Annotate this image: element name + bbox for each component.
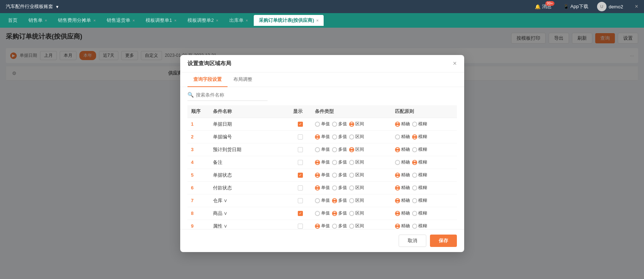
row-display	[289, 220, 311, 229]
row-name: 仓库 ∨	[209, 194, 289, 207]
tab-template2[interactable]: 模板调整单2 ×	[182, 15, 224, 26]
display-checkbox[interactable]	[298, 147, 303, 152]
match-exact-radio[interactable]: 精确	[395, 159, 410, 165]
table-row: 2单据编号 单值 多值 区间 精确	[187, 130, 457, 143]
tab-template1-close[interactable]: ×	[174, 18, 177, 23]
tab-sales-return[interactable]: 销售退货单 ×	[102, 15, 140, 26]
download-wrap[interactable]: 📱 App下载	[563, 3, 588, 10]
save-button[interactable]: 保存	[430, 235, 457, 247]
type-multi-radio[interactable]: 多值	[332, 197, 347, 204]
avatar[interactable]: U demo2	[597, 2, 623, 11]
tab-template2-close[interactable]: ×	[216, 18, 218, 23]
tab-sales-return-close[interactable]: ×	[133, 18, 135, 23]
match-fuzzy-radio[interactable]: 模糊	[412, 146, 427, 153]
tab-outbound-close[interactable]: ×	[246, 18, 248, 23]
row-order: 1	[187, 118, 209, 130]
tab-home[interactable]: 首页	[3, 15, 23, 26]
match-exact-radio[interactable]: 精确	[395, 134, 410, 140]
match-fuzzy-radio[interactable]: 模糊	[412, 159, 427, 165]
match-fuzzy-radio[interactable]: 模糊	[412, 134, 427, 140]
type-multi-radio[interactable]: 多值	[332, 146, 347, 153]
match-exact-radio[interactable]: 精确	[395, 210, 410, 216]
match-exact-radio[interactable]: 精确	[395, 197, 410, 204]
match-exact-radio[interactable]: 精确	[395, 172, 410, 178]
type-single-radio[interactable]: 单值	[315, 172, 330, 178]
dropdown-icon[interactable]: ▾	[56, 4, 59, 9]
table-row: 4备注 单值 多值 区间 精确	[187, 156, 457, 169]
table-row: 8商品 ∨ 单值 多值 区间 精确	[187, 207, 457, 220]
type-single-radio[interactable]: 单值	[315, 146, 330, 153]
match-fuzzy-radio[interactable]: 模糊	[412, 210, 427, 216]
modal-close-button[interactable]: ×	[453, 60, 457, 67]
cancel-button[interactable]: 取消	[399, 235, 426, 247]
tab-sales-expense[interactable]: 销售费用分摊单 ×	[53, 15, 100, 26]
tab-purchase-stats[interactable]: 采购订单统计表(按供应商) ×	[254, 15, 324, 26]
match-fuzzy-radio[interactable]: 模糊	[412, 185, 427, 191]
display-checkbox[interactable]	[298, 224, 303, 229]
notification-wrap[interactable]: 🔔 消息 99+	[535, 3, 552, 10]
type-range-radio[interactable]: 区间	[349, 172, 364, 178]
display-checkbox[interactable]	[298, 134, 303, 140]
type-range-radio[interactable]: 区间	[349, 159, 364, 165]
display-checkbox[interactable]	[298, 160, 303, 165]
type-multi-radio[interactable]: 多值	[332, 159, 347, 165]
type-range-radio[interactable]: 区间	[349, 146, 364, 153]
type-range-radio[interactable]: 区间	[349, 185, 364, 191]
display-checkbox[interactable]	[298, 122, 303, 127]
type-single-radio[interactable]: 单值	[315, 185, 330, 191]
row-type: 单值 多值 区间	[311, 118, 391, 130]
search-input[interactable]	[194, 91, 259, 98]
type-range-radio[interactable]: 区间	[349, 223, 364, 229]
type-single-radio[interactable]: 单值	[315, 134, 330, 140]
type-single-radio[interactable]: 单值	[315, 210, 330, 216]
modal-tab-layout[interactable]: 布局调整	[228, 72, 258, 87]
row-type: 单值 多值 区间	[311, 194, 391, 207]
type-single-radio[interactable]: 单值	[315, 197, 330, 204]
modal-body: 顺序 条件名称 显示 条件类型 匹配原则 1单据日期 单值	[180, 105, 464, 229]
avatar-img: U	[597, 2, 607, 11]
topbar-close-button[interactable]: ×	[635, 3, 638, 10]
type-multi-radio[interactable]: 多值	[332, 134, 347, 140]
row-order: 9	[187, 220, 209, 229]
modal-tab-query-fields[interactable]: 查询字段设置	[187, 72, 228, 87]
display-checkbox[interactable]	[298, 198, 303, 203]
match-fuzzy-radio[interactable]: 模糊	[412, 172, 427, 178]
row-name: 预计到货日期	[209, 143, 289, 156]
type-single-radio[interactable]: 单值	[315, 223, 330, 229]
match-fuzzy-radio[interactable]: 模糊	[412, 223, 427, 229]
display-checkbox[interactable]	[298, 185, 303, 190]
row-match: 精确 模糊	[391, 143, 457, 156]
match-exact-radio[interactable]: 精确	[395, 223, 410, 229]
match-exact-radio[interactable]: 精确	[395, 146, 410, 153]
match-fuzzy-radio[interactable]: 模糊	[412, 121, 427, 127]
display-checkbox[interactable]	[298, 211, 303, 216]
row-order: 8	[187, 207, 209, 220]
display-checkbox[interactable]	[298, 173, 303, 178]
type-multi-radio[interactable]: 多值	[332, 210, 347, 216]
type-range-radio[interactable]: 区间	[349, 121, 364, 127]
tab-template1[interactable]: 模板调整单1 ×	[141, 15, 182, 26]
row-name: 单据编号	[209, 130, 289, 143]
tab-outbound[interactable]: 出库单 ×	[224, 15, 253, 26]
type-single-radio[interactable]: 单值	[315, 159, 330, 165]
row-type: 单值 多值 区间	[311, 156, 391, 169]
tab-purchase-stats-close[interactable]: ×	[316, 18, 319, 23]
type-multi-radio[interactable]: 多值	[332, 185, 347, 191]
type-range-radio[interactable]: 区间	[349, 210, 364, 216]
row-display	[289, 194, 311, 207]
tab-sales-order[interactable]: 销售单 ×	[23, 15, 52, 26]
type-multi-radio[interactable]: 多值	[332, 172, 347, 178]
type-single-radio[interactable]: 单值	[315, 121, 330, 127]
match-exact-radio[interactable]: 精确	[395, 185, 410, 191]
row-order: 4	[187, 156, 209, 169]
th-type: 条件类型	[311, 105, 391, 118]
type-range-radio[interactable]: 区间	[349, 134, 364, 140]
type-multi-radio[interactable]: 多值	[332, 121, 347, 127]
bell-icon: 🔔	[535, 4, 541, 9]
tab-sales-order-close[interactable]: ×	[45, 18, 47, 23]
tab-sales-expense-close[interactable]: ×	[93, 18, 95, 23]
type-range-radio[interactable]: 区间	[349, 197, 364, 204]
match-exact-radio[interactable]: 精确	[395, 121, 410, 127]
match-fuzzy-radio[interactable]: 模糊	[412, 197, 427, 204]
type-multi-radio[interactable]: 多值	[332, 223, 347, 229]
